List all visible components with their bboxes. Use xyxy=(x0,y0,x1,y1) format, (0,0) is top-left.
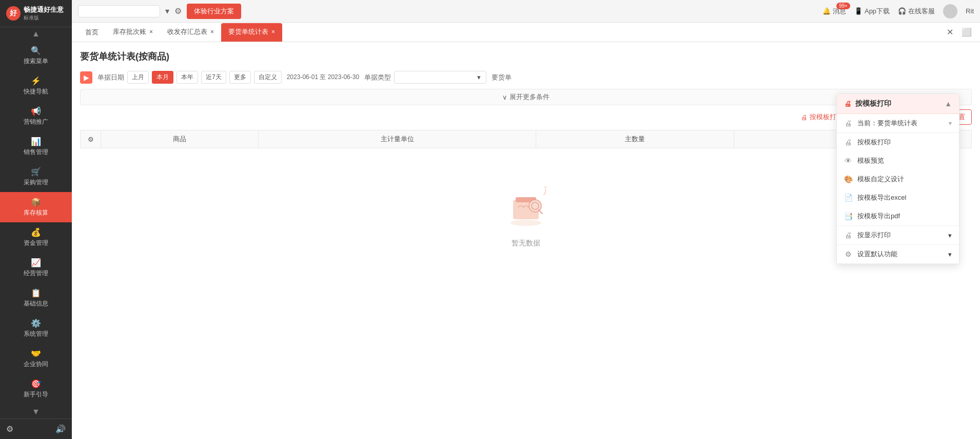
date-btn-custom[interactable]: 自定义 xyxy=(254,71,282,84)
sidebar-bottom: ⚙ 🔊 xyxy=(0,418,72,439)
sidebar-item-guide[interactable]: 🎯 新手引导 xyxy=(0,374,72,404)
dropdown-arrow-icon: ▾ xyxy=(477,73,481,81)
tabs-right-controls: ✕ ⬜ xyxy=(945,25,974,39)
printer-small-icon: 🖨 xyxy=(844,119,852,127)
date-btn-7-days[interactable]: 近7天 xyxy=(201,71,226,84)
order-type-filter: 单据类型 ▾ xyxy=(364,71,486,84)
sidebar-item-basics[interactable]: 📋 基础信息 xyxy=(0,283,72,313)
display-print-arrow: ▾ xyxy=(948,232,952,239)
date-btn-this-month[interactable]: 本月 xyxy=(152,71,173,84)
display-print-item[interactable]: 🖨 按显示打印 ▾ xyxy=(837,226,959,244)
sidebar-item-apps[interactable]: 🔲 应用中心 xyxy=(0,404,72,405)
sidebar-logo: 好 畅捷通好生意 标准版 xyxy=(0,0,72,27)
app-logo-icon: 好 xyxy=(6,6,21,21)
sound-icon[interactable]: 🔊 xyxy=(55,424,66,434)
tab-batch-account-close[interactable]: × xyxy=(149,28,153,35)
sidebar-item-collab-label: 企业协同 xyxy=(24,360,48,369)
topbar-gear-icon[interactable]: ⚙ xyxy=(174,6,182,16)
filter-bar: ▶ 单据日期 上月 本月 本年 近7天 更多 自定义 2023-06-01 至 … xyxy=(80,71,972,84)
sidebar-item-operations[interactable]: 📈 经营管理 xyxy=(0,253,72,283)
date-btn-this-year[interactable]: 本年 xyxy=(177,71,198,84)
topbar-search-input[interactable] xyxy=(78,5,160,17)
main-area: ▾ ⚙ 体验行业方案 🔔 消息 99+ 📱 App下载 🎧 在线客服 Rit 首… xyxy=(72,0,980,439)
sidebar-item-guide-label: 新手引导 xyxy=(24,390,48,399)
print-template-pdf-item[interactable]: 📑 按模板导出pdf xyxy=(837,207,959,225)
sidebar-item-system[interactable]: ⚙️ 系统管理 xyxy=(0,313,72,343)
filter-expand-button[interactable]: ▶ xyxy=(80,71,92,84)
purchase-icon: 🛒 xyxy=(31,167,41,177)
sidebar-item-inventory[interactable]: 📦 库存核算 xyxy=(0,192,72,222)
template-pdf-icon: 📑 xyxy=(844,212,852,220)
tab-home[interactable]: 首页 xyxy=(78,24,106,41)
tab-expand-btn[interactable]: ⬜ xyxy=(959,25,974,39)
print-dropdown-chevron[interactable]: ▲ xyxy=(945,100,952,108)
order-goods-label: 要货单 xyxy=(492,73,512,82)
date-btn-last-month[interactable]: 上月 xyxy=(127,71,149,84)
template-print-label: 按模板打印 xyxy=(857,138,891,147)
order-type-dropdown[interactable]: ▾ xyxy=(394,71,486,84)
print-template-design-item[interactable]: 🎨 模板自定义设计 xyxy=(837,170,959,188)
sidebar-item-sales[interactable]: 📊 销售管理 xyxy=(0,131,72,162)
tab-batch-account-label: 库存批次账 xyxy=(113,27,146,36)
sidebar-scroll-up[interactable]: ▲ xyxy=(0,27,72,41)
set-default-item[interactable]: ⚙ 设置默认功能 ▾ xyxy=(837,245,959,263)
sidebar-item-marketing[interactable]: 📢 营销推广 xyxy=(0,101,72,131)
tabs-bar: 首页 库存批次账 × 收发存汇总表 × 要货单统计表 × ✕ ⬜ xyxy=(72,23,980,42)
sidebar-item-finance-label: 资金管理 xyxy=(24,239,48,247)
table-header-quantity: 主数量 xyxy=(536,130,734,148)
set-default-icon: ⚙ xyxy=(844,250,852,258)
tab-collection-summary[interactable]: 收发存汇总表 × xyxy=(160,23,221,42)
tab-batch-account[interactable]: 库存批次账 × xyxy=(106,23,160,42)
print-template-preview-item[interactable]: 👁 模板预览 xyxy=(837,151,959,170)
app-logo-text: 畅捷通好生意 标准版 xyxy=(24,5,64,22)
sidebar-nav: 🔍 搜索菜单 ⚡ 快捷导航 📢 营销推广 📊 销售管理 🛒 采购管理 📦 库存核… xyxy=(0,41,72,405)
trial-button[interactable]: 体验行业方案 xyxy=(187,4,241,19)
display-print-section: 🖨 按显示打印 ▾ xyxy=(837,226,959,245)
set-default-label: 设置默认功能 xyxy=(857,250,897,259)
sidebar-item-finance[interactable]: 💰 资金管理 xyxy=(0,222,72,253)
username-label: Rit xyxy=(966,7,974,15)
sidebar-item-basics-label: 基础信息 xyxy=(24,299,48,308)
table-header-settings[interactable]: ⚙ xyxy=(81,130,101,148)
date-label: 单据日期 xyxy=(97,73,124,82)
tab-collection-summary-close[interactable]: × xyxy=(210,28,214,35)
bell-icon: 🔔 xyxy=(822,7,831,15)
tab-home-label: 首页 xyxy=(85,28,99,37)
app-download-item[interactable]: 📱 App下载 xyxy=(854,7,890,16)
print-current-item[interactable]: 🖨 当前：要货单统计表 ▾ xyxy=(837,114,959,132)
sidebar-scroll-down[interactable]: ▼ xyxy=(0,405,72,418)
display-print-icon: 🖨 xyxy=(844,231,852,239)
printer-icon: 🖨 xyxy=(801,113,808,121)
sidebar: 好 畅捷通好生意 标准版 ▲ 🔍 搜索菜单 ⚡ 快捷导航 📢 营销推广 📊 销售… xyxy=(0,0,72,439)
settings-bottom-icon[interactable]: ⚙ xyxy=(6,424,13,434)
guide-icon: 🎯 xyxy=(31,379,41,389)
print-template-print-item[interactable]: 🖨 按模板打印 xyxy=(837,133,959,151)
expand-conditions-label: 展开更多条件 xyxy=(509,92,550,102)
tab-order-stats-close[interactable]: × xyxy=(271,28,275,35)
print-template-excel-item[interactable]: 📄 按模板导出excel xyxy=(837,188,959,207)
messages-item[interactable]: 🔔 消息 99+ xyxy=(822,7,846,16)
template-preview-label: 模板预览 xyxy=(857,156,884,165)
sidebar-item-collab[interactable]: 🤝 企业协同 xyxy=(0,343,72,374)
search-icon: 🔍 xyxy=(31,46,41,55)
topbar-dropdown-icon[interactable]: ▾ xyxy=(165,6,169,16)
date-filter-section: 单据日期 上月 本月 本年 近7天 更多 自定义 xyxy=(97,71,282,84)
user-avatar[interactable] xyxy=(943,4,957,18)
tab-order-stats[interactable]: 要货单统计表 × xyxy=(221,23,282,42)
table-settings-icon[interactable]: ⚙ xyxy=(88,136,94,143)
system-icon: ⚙️ xyxy=(31,318,41,328)
set-default-arrow: ▾ xyxy=(948,251,952,258)
app-title: 畅捷通好生意 xyxy=(24,5,64,14)
sidebar-item-quick-nav-label: 快捷导航 xyxy=(24,87,48,96)
sidebar-item-search[interactable]: 🔍 搜索菜单 xyxy=(0,41,72,71)
table-header-goods: 商品 xyxy=(101,130,259,148)
sidebar-item-sales-label: 销售管理 xyxy=(24,148,48,157)
sidebar-item-quick-nav[interactable]: ⚡ 快捷导航 xyxy=(0,71,72,101)
online-service-item[interactable]: 🎧 在线客服 xyxy=(898,7,935,16)
tab-close-btn[interactable]: ✕ xyxy=(945,25,955,39)
template-print-icon: 🖨 xyxy=(844,138,852,146)
inventory-icon: 📦 xyxy=(31,197,41,207)
date-btn-more[interactable]: 更多 xyxy=(229,71,251,84)
sidebar-item-purchase[interactable]: 🛒 采购管理 xyxy=(0,162,72,192)
template-design-icon: 🎨 xyxy=(844,175,852,183)
